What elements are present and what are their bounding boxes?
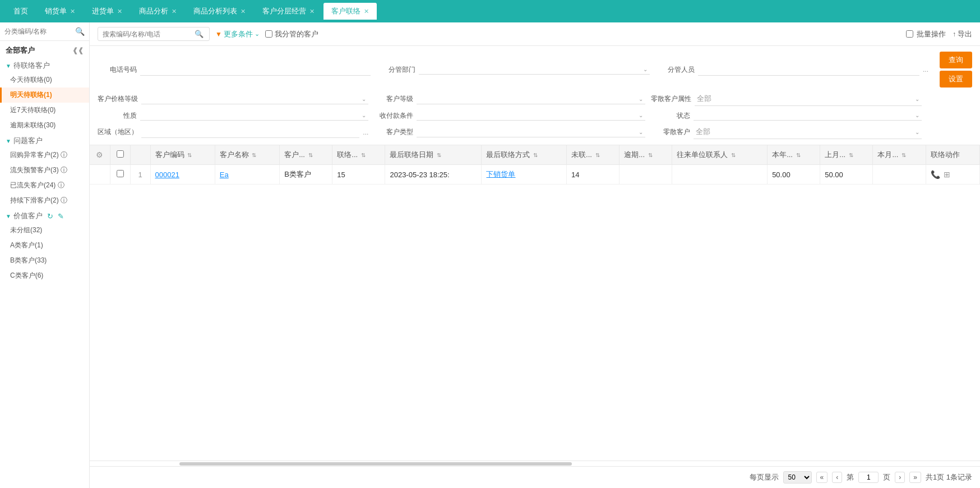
sidebar-item-churn-warning[interactable]: 流失预警客户(3) ⓘ (0, 163, 89, 178)
sort-icon-uncontacted[interactable]: ⇅ (595, 152, 600, 158)
sidebar-item-declining[interactable]: 持续下滑客户(2) ⓘ (0, 193, 89, 208)
col-uncontacted[interactable]: 未联... ⇅ (567, 145, 620, 165)
col-customer-type[interactable]: 客户... ⇅ (280, 145, 332, 165)
sidebar-item-today-contact[interactable]: 今天待联络(0) (0, 72, 89, 88)
my-customers-checkbox[interactable] (265, 30, 272, 38)
filter-search-input[interactable] (103, 30, 192, 38)
sidebar-item-tomorrow-contact[interactable]: 明天待联络(1) (0, 88, 89, 103)
sidebar-collapse-icon[interactable]: ❰❰ (72, 47, 84, 54)
nav-customer-segment[interactable]: 客户分层经营 ✕ (255, 3, 322, 20)
batch-op-checkbox[interactable] (906, 30, 913, 38)
filter-search-icon[interactable]: 🔍 (195, 30, 204, 38)
dept-select[interactable]: ⌄ (419, 65, 649, 75)
nav-sales-order[interactable]: 销货单 ✕ (37, 3, 83, 20)
manager-input[interactable] (698, 64, 919, 76)
refresh-icon[interactable]: ↻ (47, 212, 53, 220)
nav-product-analysis-list[interactable]: 商品分析列表 ✕ (186, 3, 253, 20)
sort-icon-method[interactable]: ⇅ (533, 152, 538, 158)
sidebar-item-class-b[interactable]: B类客户(33) (0, 253, 89, 268)
filter-more-conditions-btn[interactable]: ▼ 更多条件 ⌄ (215, 29, 260, 39)
first-page-btn[interactable]: « (816, 472, 828, 483)
customer-type-select[interactable]: ⌄ (417, 127, 645, 137)
cell-checkbox[interactable] (110, 165, 130, 185)
retail-customer-select[interactable]: 全部 ⌄ (694, 125, 922, 139)
sidebar-item-lost-customers[interactable]: 已流失客户(24) ⓘ (0, 178, 89, 193)
nav-product-analysis-list-close[interactable]: ✕ (241, 8, 246, 15)
last-page-btn[interactable]: » (909, 472, 921, 483)
customer-code-link[interactable]: 000021 (155, 171, 179, 179)
nav-product-analysis[interactable]: 商品分析 ✕ (131, 3, 184, 20)
action-grid-icon[interactable]: ⊞ (944, 170, 950, 179)
nav-purchase-order-close[interactable]: ✕ (117, 8, 122, 15)
col-this-month[interactable]: 本月... ⇅ (873, 145, 926, 165)
prev-page-btn[interactable]: ‹ (832, 472, 842, 483)
col-last-month[interactable]: 上月... ⇅ (820, 145, 873, 165)
sidebar-item-abnormal-repurchase[interactable]: 回购异常客户(2) ⓘ (0, 148, 89, 163)
retail-attr-select[interactable]: 全部 ⌄ (695, 92, 922, 106)
sort-icon-date[interactable]: ⇅ (437, 152, 441, 158)
col-last-contact-method[interactable]: 最后联络方式 ⇅ (482, 145, 567, 165)
col-last-contact-date[interactable]: 最后联络日期 ⇅ (385, 145, 482, 165)
price-grade-select[interactable]: ⌄ (141, 94, 368, 104)
export-button[interactable]: ↑ 导出 (953, 29, 972, 39)
page-input[interactable] (858, 472, 879, 483)
nature-select[interactable]: ⌄ (140, 111, 368, 121)
sidebar-search-icon[interactable]: 🔍 (75, 27, 85, 36)
contact-method-link[interactable]: 下销货单 (486, 170, 515, 178)
col-contact-person[interactable]: 往来单位联系人 ⇅ (672, 145, 768, 165)
col-settings[interactable]: ⚙ (90, 145, 110, 165)
scrollbar-thumb[interactable] (179, 462, 572, 466)
sort-icon-month[interactable]: ⇅ (902, 152, 906, 158)
sort-icon-person[interactable]: ⇅ (731, 152, 736, 158)
col-contact-count[interactable]: 联络... ⇅ (332, 145, 385, 165)
nav-customer-contact-close[interactable]: ✕ (364, 8, 369, 15)
batch-op-button[interactable]: 批量操作 (906, 29, 946, 39)
my-customers-checkbox-wrap[interactable]: 我分管的客户 (265, 29, 318, 39)
settings-button[interactable]: 设置 (940, 71, 972, 88)
sort-icon-type[interactable]: ⇅ (308, 152, 313, 158)
sidebar-item-unclassified[interactable]: 未分组(32) (0, 223, 89, 238)
col-customer-code[interactable]: 客户编码 ⇅ (150, 145, 215, 165)
nav-sales-order-close[interactable]: ✕ (70, 8, 75, 15)
status-select[interactable]: ⌄ (694, 111, 922, 121)
sort-icon-count[interactable]: ⇅ (361, 152, 366, 158)
sort-icon-overdue[interactable]: ⇅ (648, 152, 653, 158)
sidebar-item-overdue-contact[interactable]: 逾期未联络(30) (0, 118, 89, 133)
phone-input[interactable] (140, 64, 371, 76)
col-checkbox-header[interactable] (110, 145, 130, 165)
nav-product-analysis-close[interactable]: ✕ (172, 8, 177, 15)
manager-dots[interactable]: ... (923, 66, 928, 73)
sidebar-item-class-a[interactable]: A类客户(1) (0, 238, 89, 253)
sort-icon-code[interactable]: ⇅ (187, 152, 192, 158)
col-settings-gear[interactable]: ⚙ (96, 150, 103, 159)
query-button[interactable]: 查询 (940, 52, 972, 68)
horizontal-scrollbar[interactable] (90, 461, 980, 466)
region-input[interactable] (141, 126, 359, 138)
sidebar-all-customers[interactable]: 全部客户 ❰❰ (0, 41, 89, 58)
sort-icon-name[interactable]: ⇅ (252, 152, 256, 158)
customer-name-link[interactable]: Ea (220, 171, 229, 179)
per-page-select[interactable]: 50 10 20 100 (783, 471, 812, 484)
next-page-btn[interactable]: › (895, 472, 905, 483)
nav-purchase-order[interactable]: 进货单 ✕ (84, 3, 130, 20)
col-overdue[interactable]: 逾期... ⇅ (620, 145, 672, 165)
cell-customer-code[interactable]: 000021 (150, 165, 215, 185)
select-all-checkbox[interactable] (117, 150, 124, 158)
sidebar-item-class-c[interactable]: C类客户(6) (0, 268, 89, 283)
payment-select[interactable]: ⌄ (417, 111, 645, 121)
nav-home[interactable]: 首页 (6, 3, 36, 20)
col-this-year[interactable]: 本年... ⇅ (768, 145, 820, 165)
col-customer-name[interactable]: 客户名称 ⇅ (215, 145, 279, 165)
cell-customer-name[interactable]: Ea (215, 165, 279, 185)
nav-customer-contact[interactable]: 客户联络 ✕ (323, 3, 377, 20)
region-dots[interactable]: ... (363, 128, 368, 136)
sort-icon-lmonth[interactable]: ⇅ (849, 152, 853, 158)
cell-last-contact-method[interactable]: 下销货单 (482, 165, 567, 185)
sidebar-item-7day-contact[interactable]: 近7天待联络(0) (0, 103, 89, 118)
sort-icon-year[interactable]: ⇅ (796, 152, 801, 158)
sidebar-search-input[interactable] (4, 27, 73, 35)
customer-grade-select[interactable]: ⌄ (417, 94, 645, 104)
edit-icon[interactable]: ✎ (58, 212, 64, 220)
nav-customer-segment-close[interactable]: ✕ (309, 8, 315, 15)
row-checkbox[interactable] (117, 170, 124, 177)
